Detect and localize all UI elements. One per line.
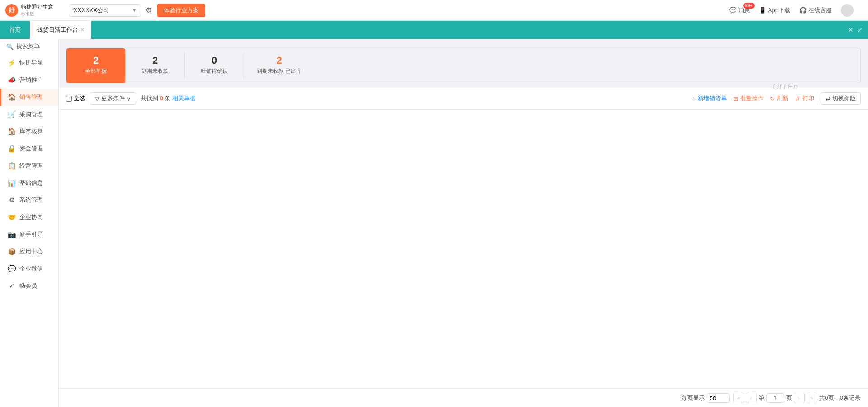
result-count: 0 bbox=[160, 95, 163, 102]
page-label: 第 bbox=[759, 394, 764, 402]
sidebar-item-guide[interactable]: 📷 新手引导 bbox=[0, 226, 58, 243]
sidebar-item-sales[interactable]: 🏠 销售管理 bbox=[0, 89, 58, 106]
sidebar-label-quick-nav: 快捷导航 bbox=[19, 59, 43, 67]
watermark-text: OfTEn bbox=[773, 82, 798, 92]
print-button[interactable]: 🖨 打印 bbox=[795, 94, 814, 103]
service-label: 在线客服 bbox=[808, 6, 832, 14]
tab-home-label: 首页 bbox=[9, 26, 21, 34]
batch-icon: ⊞ bbox=[733, 95, 738, 102]
maximize-icon[interactable]: ⤢ bbox=[857, 26, 863, 33]
company-selector[interactable]: XXXXXX公司 ▾ bbox=[69, 4, 141, 17]
sidebar-label-enterprise-wx: 企业微信 bbox=[19, 265, 43, 273]
new-sale-button[interactable]: + 新增销货单 bbox=[693, 94, 727, 103]
card-all[interactable]: 2 全部单据 bbox=[66, 48, 125, 83]
tab-home[interactable]: 首页 bbox=[0, 21, 30, 39]
sidebar-label-operation: 经营管理 bbox=[19, 162, 43, 170]
sidebar-item-capital[interactable]: 🔒 资金管理 bbox=[0, 140, 58, 157]
card-shipped-label: 到期未收款 已出库 bbox=[257, 67, 302, 75]
select-all-checkbox[interactable] bbox=[66, 96, 72, 102]
member-icon: ✓ bbox=[8, 282, 16, 290]
switch-label: 切换新版 bbox=[832, 94, 856, 103]
sidebar-label-marketing: 营销推广 bbox=[19, 76, 43, 84]
summary-cards: 2 全部单据 2 到期未收款 0 旺铺待确认 2 到期未收款 已出库 bbox=[66, 48, 861, 83]
sidebar-item-app-center[interactable]: 📦 应用中心 bbox=[0, 243, 58, 260]
related-records-link[interactable]: 相关单据 bbox=[172, 95, 196, 102]
enterprise-wx-icon: 💬 bbox=[8, 265, 16, 273]
filter-button[interactable]: ▽ 更多条件 ∨ bbox=[90, 92, 136, 105]
switch-version-button[interactable]: ⇄ 切换新版 bbox=[821, 92, 861, 105]
sidebar-item-member[interactable]: ✓ 畅会员 bbox=[0, 277, 58, 295]
message-icon: 💬 bbox=[729, 7, 736, 14]
message-badge: 99+ bbox=[743, 3, 755, 9]
print-label: 打印 bbox=[802, 94, 814, 103]
sidebar-label-app-center: 应用中心 bbox=[19, 248, 43, 256]
sidebar-item-system[interactable]: ⚙ 系统管理 bbox=[0, 192, 58, 209]
refresh-label: 刷新 bbox=[777, 94, 788, 103]
settings-icon[interactable]: ⚙ bbox=[146, 6, 152, 14]
tab-qhrc-label: 钱货日清工作台 bbox=[37, 26, 78, 34]
toolbar-left: 全选 ▽ 更多条件 ∨ 共找到 0 条 相关单据 bbox=[66, 92, 688, 105]
sidebar-item-marketing[interactable]: 📣 营销推广 bbox=[0, 71, 58, 89]
sales-icon: 🏠 bbox=[8, 93, 16, 101]
tab-qhrc[interactable]: 钱货日清工作台 × bbox=[30, 21, 91, 39]
sidebar-item-purchase[interactable]: 🛒 采购管理 bbox=[0, 106, 58, 123]
card-overdue[interactable]: 2 到期未收款 bbox=[126, 48, 184, 83]
sidebar-label-system: 系统管理 bbox=[19, 196, 43, 204]
top-header: 好 畅捷通好生意 标准版 XXXXXX公司 ▾ ⚙ 体验行业方案 💬 消息 99… bbox=[0, 0, 868, 21]
card-pending[interactable]: 0 旺铺待确认 bbox=[185, 48, 244, 83]
avatar[interactable] bbox=[841, 4, 854, 17]
guide-icon: 📷 bbox=[8, 230, 16, 239]
search-icon: 🔍 bbox=[6, 43, 14, 50]
new-sale-label: + 新增销货单 bbox=[693, 94, 727, 103]
next-page-button[interactable]: › bbox=[794, 393, 805, 403]
service-button[interactable]: 🎧 在线客服 bbox=[799, 6, 832, 14]
select-all-container[interactable]: 全选 bbox=[66, 94, 85, 103]
service-icon: 🎧 bbox=[799, 7, 807, 14]
print-icon: 🖨 bbox=[795, 95, 801, 102]
purchase-icon: 🛒 bbox=[8, 110, 16, 118]
filter-label: 更多条件 bbox=[101, 94, 125, 103]
per-page-label: 每页显示 bbox=[681, 394, 705, 402]
close-window-icon[interactable]: ✕ bbox=[848, 26, 854, 33]
sidebar-item-operation[interactable]: 📋 经营管理 bbox=[0, 157, 58, 174]
toolbar: 全选 ▽ 更多条件 ∨ 共找到 0 条 相关单据 + 新增销货单 bbox=[59, 88, 868, 110]
cooperation-icon: 🤝 bbox=[8, 213, 16, 221]
marketing-icon: 📣 bbox=[8, 76, 16, 84]
page-suffix: 页 bbox=[786, 394, 792, 402]
sidebar: 🔍 搜索菜单 ⚡ 快捷导航 📣 营销推广 🏠 销售管理 🛒 采购管理 🏠 库存核… bbox=[0, 39, 59, 407]
first-page-button[interactable]: « bbox=[733, 393, 744, 403]
sidebar-label-member: 畅会员 bbox=[19, 282, 37, 290]
close-tab-icon[interactable]: × bbox=[81, 27, 84, 33]
last-page-button[interactable]: » bbox=[807, 393, 817, 403]
toolbar-right: + 新增销货单 ⊞ 批量操作 ↻ 刷新 🖨 打印 ⇄ 切换新版 bbox=[693, 92, 861, 105]
sidebar-item-search[interactable]: 🔍 搜索菜单 bbox=[0, 39, 58, 54]
table-area bbox=[59, 110, 868, 388]
main-layout: 🔍 搜索菜单 ⚡ 快捷导航 📣 营销推广 🏠 销售管理 🛒 采购管理 🏠 库存核… bbox=[0, 39, 868, 407]
sidebar-label-inventory: 库存核算 bbox=[19, 127, 43, 136]
operation-icon: 📋 bbox=[8, 162, 16, 170]
message-button[interactable]: 💬 消息 99+ bbox=[729, 6, 750, 14]
refresh-icon: ↻ bbox=[770, 95, 775, 102]
page-input[interactable] bbox=[766, 393, 784, 403]
trial-button[interactable]: 体验行业方案 bbox=[157, 4, 205, 17]
logo-area: 好 畅捷通好生意 标准版 bbox=[5, 4, 64, 17]
refresh-button[interactable]: ↻ 刷新 bbox=[770, 94, 788, 103]
sidebar-item-quick-nav[interactable]: ⚡ 快捷导航 bbox=[0, 54, 58, 71]
sidebar-item-inventory[interactable]: 🏠 库存核算 bbox=[0, 123, 58, 140]
result-text: 共找到 0 条 相关单据 bbox=[141, 94, 196, 103]
page-size-select[interactable]: 50 100 200 bbox=[707, 393, 730, 403]
app-download-button[interactable]: 📱 App下载 bbox=[759, 6, 790, 14]
sidebar-label-sales: 销售管理 bbox=[19, 93, 43, 101]
card-shipped-num: 2 bbox=[277, 55, 282, 66]
sidebar-label-purchase: 采购管理 bbox=[19, 110, 43, 118]
sidebar-item-basic-info[interactable]: 📊 基础信息 bbox=[0, 174, 58, 192]
prev-page-button[interactable]: ‹ bbox=[746, 393, 757, 403]
capital-icon: 🔒 bbox=[8, 145, 16, 153]
card-pending-num: 0 bbox=[212, 55, 217, 66]
sidebar-item-cooperation[interactable]: 🤝 企业协同 bbox=[0, 209, 58, 226]
batch-operation-button[interactable]: ⊞ 批量操作 bbox=[733, 94, 764, 103]
card-shipped[interactable]: 2 到期未收款 已出库 bbox=[244, 48, 314, 83]
cards-section: 2 全部单据 2 到期未收款 0 旺铺待确认 2 到期未收款 已出库 bbox=[59, 39, 868, 88]
card-all-num: 2 bbox=[93, 55, 99, 66]
sidebar-item-enterprise-wx[interactable]: 💬 企业微信 bbox=[0, 260, 58, 277]
